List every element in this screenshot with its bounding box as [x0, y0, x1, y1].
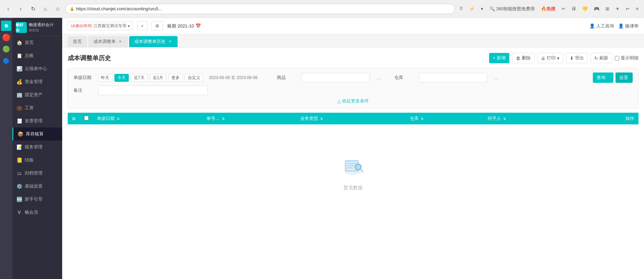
- table-col-business-type[interactable]: 业务类型 ⇅: [296, 113, 406, 124]
- filter-row-date: 单据日期 昨天 今天 近7天 近1月 更多 自定义 2023-06-06 至 2…: [74, 72, 633, 83]
- user-info[interactable]: 👤 徐泽华: [618, 23, 639, 29]
- tab-cost-adjust-history[interactable]: 成本调整单历史 ×: [129, 36, 178, 47]
- inventory-icon: 📦: [18, 131, 23, 137]
- sidebar-item-closing[interactable]: 📒 结账: [12, 154, 62, 167]
- table-col-date[interactable]: 单据日期 ⇅: [93, 113, 202, 124]
- archive-icon: 🗂: [16, 170, 22, 176]
- date-today-btn[interactable]: 今天: [114, 74, 129, 82]
- tab-history-close[interactable]: ×: [168, 39, 172, 44]
- service-btn[interactable]: 👤 人工咨询: [589, 23, 614, 29]
- sidebar-item-reports[interactable]: 📊 云报表中心: [12, 62, 62, 75]
- company-settings-btn[interactable]: ⚙: [151, 21, 163, 31]
- rail-item-1[interactable]: 🔴: [1, 32, 11, 43]
- remark-input[interactable]: [98, 86, 208, 95]
- sidebar-item-tax[interactable]: 📝 税务管理: [12, 141, 62, 154]
- company-selector[interactable]: (勿删勿禁用) 江西服宝测试专用 ▾: [68, 22, 133, 30]
- sidebar-label-vip: 畅会员: [25, 209, 38, 215]
- collapse-label: 收起更多条件: [342, 98, 369, 104]
- select-all-checkbox[interactable]: [84, 116, 89, 120]
- table-settings-col[interactable]: ⚙: [68, 113, 80, 124]
- warehouse-input[interactable]: [419, 73, 487, 82]
- grid-btn[interactable]: ⊞: [603, 5, 611, 12]
- secure-icon: 🔒: [70, 7, 75, 11]
- sort-handler-icon: ⇅: [503, 117, 506, 121]
- app-logo-icon: 畅: [1, 21, 11, 31]
- dropdown-btn[interactable]: ▾: [479, 5, 485, 12]
- rail-item-logo[interactable]: 畅: [1, 21, 11, 31]
- reload-button[interactable]: ↻: [28, 4, 38, 14]
- collapse-btn[interactable]: △ 收起更多条件: [74, 98, 633, 104]
- sidebar-item-invoices[interactable]: 🧾 发票管理: [12, 114, 62, 127]
- menu-btn[interactable]: ≡: [634, 5, 641, 12]
- query-btn[interactable]: 查询: [593, 72, 613, 83]
- sidebar-item-archive[interactable]: 🗂 归档管理: [12, 167, 62, 180]
- forward-button[interactable]: ›: [16, 4, 25, 14]
- add-company-btn[interactable]: +: [137, 21, 147, 31]
- show-columns-checkbox[interactable]: [615, 56, 619, 60]
- sidebar-item-funds[interactable]: 💰 资金管理: [12, 75, 62, 88]
- url-bar[interactable]: 🔒 https://cloud.chanjet.com/accounting/u…: [65, 4, 455, 14]
- table-col-handler[interactable]: 经手人 ⇅: [484, 113, 577, 124]
- undo-btn[interactable]: ↩: [624, 5, 632, 12]
- warehouse-dots[interactable]: ...: [493, 75, 500, 80]
- sidebar-item-guide[interactable]: 🆕 新手引导: [12, 193, 62, 206]
- sidebar-item-fixed-assets[interactable]: 🏢 固定资产: [12, 88, 62, 101]
- warehouse-filter-label: 仓库: [394, 75, 413, 81]
- rail-item-2[interactable]: 🟢: [1, 44, 11, 54]
- date-more-btn[interactable]: 更多: [168, 74, 183, 82]
- export-btn[interactable]: ⬇ 导出: [566, 53, 588, 63]
- tab-cost-adjust-close[interactable]: ×: [118, 39, 123, 44]
- period-info: 账期 2021-10 📅: [167, 23, 201, 29]
- new-btn[interactable]: + 新增: [489, 53, 509, 63]
- sidebar-item-salary[interactable]: 💼 工资: [12, 101, 62, 114]
- show-columns-btn[interactable]: 显示明细: [615, 55, 639, 61]
- user-name: 徐泽华: [625, 23, 639, 29]
- sidebar-label-invoices: 发票管理: [25, 118, 43, 124]
- sidebar-item-settings[interactable]: ⚙️ 基础设置: [12, 180, 62, 193]
- logo-text: 畅捷通好会计: [29, 22, 54, 28]
- filter-area: 单据日期 昨天 今天 近7天 近1月 更多 自定义 2023-06-06 至 2…: [68, 68, 639, 109]
- app-container: 畅 🔴 🟢 🔵 畅好会 畅捷通好会计 旗舰版 🏠 首页 📋 总账 📊 云报表中心…: [0, 18, 644, 279]
- wallet-btn[interactable]: 💛: [580, 5, 590, 12]
- table-col-warehouse[interactable]: 仓库 ⇅: [406, 113, 484, 124]
- hot-search-btn[interactable]: 🔥热搜: [539, 5, 557, 13]
- scissors-btn[interactable]: ✂: [560, 5, 567, 12]
- sidebar-item-vip[interactable]: V 畅会员: [12, 206, 62, 219]
- translate-btn[interactable]: 译: [569, 5, 578, 13]
- search-tool-btn[interactable]: 🔍 360智能抠图免费用: [487, 5, 537, 13]
- period-value: 2021-10: [178, 23, 194, 29]
- browser-bar: ‹ › ↻ ⌂ ☆ 🔒 https://cloud.chanjet.com/ac…: [0, 0, 644, 18]
- sidebar-item-inventory[interactable]: 📦 库存核算: [12, 127, 62, 141]
- print-btn[interactable]: 🖨 打印 ▾: [537, 53, 563, 63]
- sidebar-item-ledger[interactable]: 📋 总账: [12, 49, 62, 62]
- table-checkbox-col[interactable]: [80, 113, 93, 124]
- page-header: 成本调整单历史 + 新增 🗑 删除 🖨 打印 ▾ ⬇ 导出: [68, 53, 639, 63]
- sidebar-label-ledger: 总账: [25, 53, 34, 59]
- lightning-btn[interactable]: ⚡: [467, 5, 477, 12]
- date-custom-btn[interactable]: 自定义: [185, 74, 203, 82]
- date-yesterday-btn[interactable]: 昨天: [98, 74, 112, 82]
- service-icon: 👤: [589, 23, 595, 29]
- product-dots[interactable]: ...: [375, 75, 382, 80]
- extensions-btn[interactable]: ⠿: [457, 5, 465, 12]
- brightness-btn[interactable]: ☀: [613, 5, 622, 12]
- tab-home[interactable]: 首页: [68, 36, 87, 47]
- delete-btn[interactable]: 🗑 删除: [512, 53, 534, 63]
- browser-tools: ⠿ ⚡ ▾ 🔍 360智能抠图免费用 🔥热搜 ✂ 译 💛 🎮 ⊞ ☀ ↩ ≡: [457, 5, 641, 13]
- game-btn[interactable]: 🎮: [592, 5, 601, 12]
- back-button[interactable]: ‹: [3, 4, 13, 14]
- company-name: 江西服宝测试专用: [93, 23, 126, 29]
- tab-cost-adjust[interactable]: 成本调整单 ×: [88, 36, 128, 47]
- refresh-btn[interactable]: ↻ 刷新: [590, 53, 612, 63]
- bookmark-button[interactable]: ☆: [53, 4, 63, 14]
- date-7days-btn[interactable]: 近7天: [131, 74, 148, 82]
- guide-icon: 🆕: [16, 197, 22, 202]
- home-button[interactable]: ⌂: [41, 4, 50, 14]
- filter-settings-btn[interactable]: 设置: [615, 72, 633, 83]
- sidebar-item-home[interactable]: 🏠 首页: [12, 36, 62, 49]
- home-icon: 🏠: [16, 40, 22, 45]
- product-input[interactable]: [301, 73, 370, 82]
- date-1month-btn[interactable]: 近1月: [150, 74, 167, 82]
- table-col-number[interactable]: 单号… ⇅: [202, 113, 296, 124]
- rail-item-3[interactable]: 🔵: [1, 56, 11, 66]
